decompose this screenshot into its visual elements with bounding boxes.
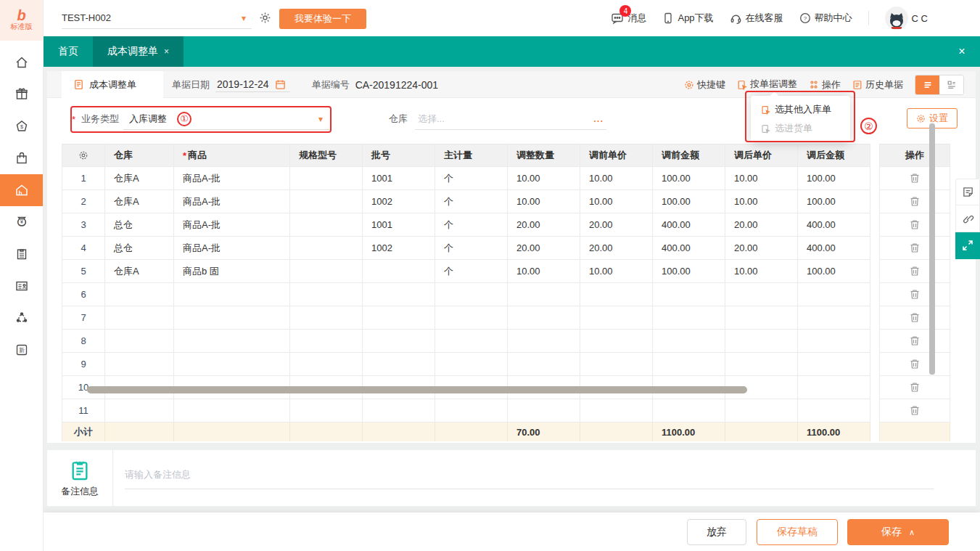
- table-cell[interactable]: 10.00: [508, 260, 580, 283]
- table-cell[interactable]: [105, 399, 174, 423]
- vertical-scrollbar[interactable]: [929, 122, 935, 376]
- sidebar-item-sales[interactable]: $: [0, 110, 43, 142]
- table-cell[interactable]: 20.00: [725, 213, 798, 237]
- table-cell[interactable]: [174, 353, 290, 376]
- remarks-input[interactable]: 请输入备注信息: [125, 460, 934, 489]
- table-cell[interactable]: [363, 306, 435, 330]
- table-cell[interactable]: [508, 283, 580, 306]
- table-cell[interactable]: 个: [435, 260, 508, 283]
- sidebar-item-network[interactable]: [0, 302, 43, 334]
- table-cell[interactable]: 100.00: [653, 260, 725, 283]
- table-cell[interactable]: [290, 353, 363, 376]
- table-cell[interactable]: 20.00: [508, 237, 580, 260]
- messages-button[interactable]: 消息 4: [611, 12, 646, 25]
- more-options-button[interactable]: ...: [593, 113, 604, 124]
- table-cell[interactable]: [363, 330, 435, 353]
- business-type-field[interactable]: * 业务类型 入库调整 ① ▾: [72, 107, 330, 131]
- table-cell[interactable]: 商品A-批: [174, 213, 290, 237]
- sidebar-item-orders[interactable]: [0, 238, 43, 270]
- sidebar-item-home[interactable]: [0, 46, 43, 78]
- sidebar-item-funds[interactable]: ¥: [0, 206, 43, 238]
- table-cell[interactable]: [580, 399, 653, 423]
- tab-home[interactable]: 首页: [44, 36, 93, 67]
- table-cell[interactable]: [290, 167, 363, 190]
- table-cell[interactable]: [725, 283, 798, 306]
- table-cell[interactable]: [105, 306, 174, 330]
- table-cell[interactable]: [435, 353, 508, 376]
- table-cell[interactable]: 400.00: [653, 237, 725, 260]
- table-cell[interactable]: [653, 330, 725, 353]
- table-cell[interactable]: [363, 353, 435, 376]
- delete-row-button[interactable]: [910, 173, 920, 184]
- table-row[interactable]: 5仓库A商品b 固个10.0010.00100.0010.00100.00: [62, 260, 950, 283]
- table-cell[interactable]: [174, 399, 290, 423]
- table-cell[interactable]: [290, 237, 363, 260]
- table-row[interactable]: 8: [62, 330, 950, 353]
- table-cell[interactable]: [580, 283, 653, 306]
- table-cell[interactable]: [725, 353, 798, 376]
- adjust-by-doc-button[interactable]: 按单据调整: [737, 78, 797, 92]
- table-cell[interactable]: [798, 283, 870, 306]
- table-cell[interactable]: 100.00: [798, 260, 870, 283]
- table-cell[interactable]: [798, 376, 870, 399]
- table-cell[interactable]: [653, 306, 725, 330]
- table-cell[interactable]: [653, 283, 725, 306]
- discard-button[interactable]: 放弃: [687, 519, 746, 545]
- actions-button[interactable]: 操作: [809, 78, 841, 91]
- table-cell[interactable]: [580, 330, 653, 353]
- horizontal-scrollbar[interactable]: [87, 386, 747, 393]
- table-cell[interactable]: 400.00: [798, 213, 870, 237]
- table-cell[interactable]: 100.00: [798, 190, 870, 213]
- table-cell[interactable]: 10.00: [725, 167, 798, 190]
- table-cell[interactable]: 10.00: [725, 190, 798, 213]
- history-button[interactable]: 历史单据: [852, 78, 903, 91]
- save-button[interactable]: 保存 ∧: [847, 519, 949, 545]
- delete-row-button[interactable]: [910, 266, 920, 277]
- delete-row-button[interactable]: [910, 359, 920, 370]
- sidebar-item-new[interactable]: 新: [0, 334, 43, 366]
- table-cell[interactable]: [580, 306, 653, 330]
- list-view-button[interactable]: [915, 75, 939, 94]
- close-all-tabs-icon[interactable]: ×: [951, 36, 973, 67]
- table-row[interactable]: 6: [62, 283, 950, 306]
- table-cell[interactable]: [798, 330, 870, 353]
- table-cell[interactable]: 100.00: [798, 167, 870, 190]
- delete-row-button[interactable]: [910, 335, 920, 346]
- table-cell[interactable]: 1002: [363, 190, 435, 213]
- notes-button[interactable]: [955, 179, 980, 205]
- help-center-button[interactable]: ? 帮助中心: [799, 12, 852, 25]
- table-cell[interactable]: [174, 283, 290, 306]
- delete-row-button[interactable]: [910, 405, 920, 416]
- document-type-tab[interactable]: 成本调整单: [62, 71, 163, 98]
- table-cell[interactable]: [290, 283, 363, 306]
- table-cell[interactable]: [105, 353, 174, 376]
- tab-close-icon[interactable]: ×: [164, 46, 169, 57]
- table-row[interactable]: 7: [62, 306, 950, 330]
- app-download-button[interactable]: App下载: [662, 12, 713, 25]
- table-cell[interactable]: 1002: [363, 237, 435, 260]
- table-cell[interactable]: 20.00: [580, 213, 653, 237]
- table-cell[interactable]: 20.00: [508, 213, 580, 237]
- delete-row-button[interactable]: [910, 196, 920, 207]
- table-cell[interactable]: [105, 283, 174, 306]
- table-cell[interactable]: [290, 260, 363, 283]
- attachment-button[interactable]: [955, 205, 980, 232]
- account-select[interactable]: TEST-H002 ▾: [62, 7, 252, 29]
- table-cell[interactable]: [105, 330, 174, 353]
- table-cell[interactable]: 个: [435, 213, 508, 237]
- table-cell[interactable]: 个: [435, 237, 508, 260]
- table-cell[interactable]: 仓库A: [105, 167, 174, 190]
- table-row[interactable]: 11: [62, 399, 950, 423]
- table-cell[interactable]: 10.00: [580, 167, 653, 190]
- table-cell[interactable]: 仓库A: [105, 260, 174, 283]
- table-cell[interactable]: [725, 399, 798, 423]
- table-cell[interactable]: 10.00: [508, 190, 580, 213]
- table-cell[interactable]: 1001: [363, 213, 435, 237]
- delete-row-button[interactable]: [910, 312, 920, 323]
- table-cell[interactable]: 100.00: [653, 167, 725, 190]
- table-row[interactable]: 2仓库A商品A-批1002个10.0010.00100.0010.00100.0…: [62, 190, 950, 213]
- table-cell[interactable]: [435, 306, 508, 330]
- table-cell[interactable]: [653, 399, 725, 423]
- table-cell[interactable]: [290, 190, 363, 213]
- settings-gear-icon[interactable]: [259, 12, 271, 24]
